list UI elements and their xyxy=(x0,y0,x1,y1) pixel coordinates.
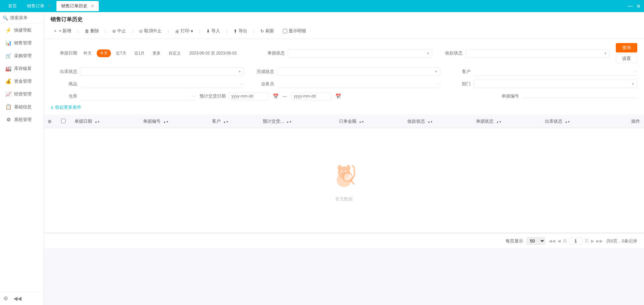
order-status-select[interactable]: ▾ xyxy=(288,49,432,58)
amount-sort-icon: ▲▼ xyxy=(359,121,364,123)
new-icon: ＋ xyxy=(53,28,57,34)
select-all-checkbox[interactable] xyxy=(61,119,66,123)
col-customer[interactable]: 客户 ▲▼ xyxy=(208,115,259,128)
prev-page-icon[interactable]: ◀ xyxy=(557,238,561,243)
sidebar-item-capital[interactable]: 💰 资金管理 xyxy=(0,75,43,88)
delivery-sort-icon: ▲▼ xyxy=(286,121,292,123)
close-icon[interactable]: ✕ xyxy=(636,3,641,9)
date-1month-btn[interactable]: 近1月 xyxy=(131,49,148,57)
date-yesterday-btn[interactable]: 昨天 xyxy=(81,49,95,57)
salesperson-more-icon[interactable]: ··· xyxy=(437,81,441,86)
complete-status-select[interactable]: ▾ xyxy=(277,67,441,76)
display-cols-checkbox[interactable] xyxy=(283,29,287,33)
payment-status-label: 收款状态 xyxy=(436,50,463,56)
settings-button[interactable]: 设置 xyxy=(616,54,637,63)
delivery-status-select[interactable]: ▾ xyxy=(80,67,244,76)
col-order-status[interactable]: 单据状态 ▲▼ xyxy=(472,115,541,128)
print-icon: 🖨 xyxy=(175,29,179,34)
customer-sort-icon: ▲▼ xyxy=(223,121,228,123)
filter-row-1: 单据日期 昨天 今天 近7天 近1月 更多 自定义 2023-06-02 至 2… xyxy=(50,43,637,63)
last-page-icon[interactable]: ▶▶ xyxy=(596,238,603,243)
import-button[interactable]: ⬇ 导入 xyxy=(204,27,223,35)
svg-point-6 xyxy=(342,172,343,173)
delete-icon: 🗑 xyxy=(85,29,89,34)
sidebar-collapse-icon[interactable]: ◀◀ xyxy=(13,295,22,302)
sidebar-item-sys-mgmt[interactable]: ⚙ 系统管理 xyxy=(0,113,43,126)
tab-sales-order-history-close[interactable]: ✕ xyxy=(91,4,94,8)
col-checkbox[interactable] xyxy=(57,115,71,128)
calendar-end-icon[interactable]: 📅 xyxy=(335,93,341,99)
calendar-start-icon[interactable]: 📅 xyxy=(273,93,278,99)
capital-icon: 💰 xyxy=(5,78,11,84)
date-more-btn[interactable]: 更多 xyxy=(149,49,164,57)
complete-status-arrow: ▾ xyxy=(435,69,437,74)
payment-status-select[interactable]: ▾ xyxy=(465,49,610,58)
delivery-status-arrow: ▾ xyxy=(239,69,241,74)
customer-more-icon[interactable]: ··· xyxy=(634,69,637,74)
complete-status-label: 完成状态 xyxy=(247,69,274,75)
order-no-label: 单据编号 xyxy=(492,93,519,99)
export-icon: ⬆ xyxy=(233,29,237,34)
filter-area: 单据日期 昨天 今天 近7天 近1月 更多 自定义 2023-06-02 至 2… xyxy=(44,39,644,114)
sidebar-item-inventory[interactable]: 🏭 库存核算 xyxy=(0,62,43,75)
export-button[interactable]: ⬆ 导出 xyxy=(231,27,250,35)
cancel-stop-icon: ⊙ xyxy=(139,29,143,34)
stop-icon: ⊘ xyxy=(112,29,116,34)
sidebar-item-purchase-mgmt[interactable]: 🛒 采购管理 xyxy=(0,49,43,62)
empty-state: 暂无数据 xyxy=(48,131,640,229)
table-area: ⚙ 单据日期 ▲▼ 单据编号 ▲▼ 客户 ▲▼ xyxy=(44,115,644,233)
date-custom-btn[interactable]: 自定义 xyxy=(166,49,184,57)
sidebar-bottom: ⚙ ◀◀ xyxy=(0,292,43,305)
first-page-icon[interactable]: ◀◀ xyxy=(549,238,555,243)
page-size-select[interactable]: 50 10 20 100 xyxy=(526,237,545,245)
product-more-icon[interactable]: ··· xyxy=(240,81,244,86)
print-button[interactable]: 🖨 打印 ▾ xyxy=(172,27,196,35)
expected-delivery-start-input[interactable] xyxy=(228,92,269,100)
col-settings[interactable]: ⚙ xyxy=(44,115,57,128)
main-layout: 🔍 搜索菜单 ⚡ 快捷导航 📊 销售管理 🛒 采购管理 🏭 库存核算 💰 资金管… xyxy=(0,12,644,305)
empty-cell: 暂无数据 xyxy=(44,128,644,233)
col-payment-status[interactable]: 收款状态 ▲▼ xyxy=(403,115,472,128)
sys-mgmt-icon: ⚙ xyxy=(5,117,11,123)
delete-button[interactable]: 🗑 删除 xyxy=(82,27,102,35)
expected-delivery-end-input[interactable] xyxy=(291,92,331,100)
no-sort-icon: ▲▼ xyxy=(163,121,169,123)
query-button[interactable]: 查询 xyxy=(616,43,637,52)
tab-sales-order[interactable]: 销售订单 ✕ xyxy=(22,1,56,11)
cancel-stop-button[interactable]: ⊙ 取消中止 xyxy=(136,27,164,35)
department-label: 部门 xyxy=(444,81,471,87)
product-label: 商品 xyxy=(50,81,77,87)
sidebar: 🔍 搜索菜单 ⚡ 快捷导航 📊 销售管理 🛒 采购管理 🏭 库存核算 💰 资金管… xyxy=(0,12,44,305)
col-expected-delivery[interactable]: 预计交货... ▲▼ xyxy=(259,115,335,128)
sidebar-item-sales-mgmt[interactable]: 📊 销售管理 xyxy=(0,37,43,49)
display-cols-toggle[interactable]: 显示明细 xyxy=(283,28,306,34)
date-today-btn[interactable]: 今天 xyxy=(97,49,111,57)
next-page-icon[interactable]: ▶ xyxy=(591,238,594,243)
warehouse-more-icon[interactable]: ··· xyxy=(192,93,196,99)
col-amount[interactable]: 订单金额 ▲▼ xyxy=(335,115,403,128)
salesperson-label: 业务员 xyxy=(247,81,274,87)
tab-home[interactable]: + 新增 首页 xyxy=(3,1,22,11)
order-status-sort-icon: ▲▼ xyxy=(496,121,502,123)
minimize-icon[interactable]: — xyxy=(628,3,633,9)
department-select[interactable]: ▾ xyxy=(473,80,637,88)
top-bar: + 新增 首页 销售订单 ✕ 销售订单历史 ✕ — ✕ xyxy=(0,0,644,12)
sidebar-item-base-info[interactable]: 📋 基础信息 xyxy=(0,101,43,113)
new-button[interactable]: ＋ + 新增 xyxy=(50,27,74,35)
date-7days-btn[interactable]: 近7天 xyxy=(113,49,129,57)
col-no[interactable]: 单据编号 ▲▼ xyxy=(139,115,208,128)
tab-sales-order-history[interactable]: 销售订单历史 ✕ xyxy=(56,1,99,11)
refresh-button[interactable]: ↻ 刷新 xyxy=(258,27,277,35)
tab-sales-order-close[interactable]: ✕ xyxy=(48,4,51,8)
base-info-icon: 📋 xyxy=(5,104,11,110)
col-date[interactable]: 单据日期 ▲▼ xyxy=(71,115,139,128)
inventory-icon: 🏭 xyxy=(5,66,11,72)
sidebar-item-quick-nav[interactable]: ⚡ 快捷导航 xyxy=(0,24,43,37)
page-number-input[interactable] xyxy=(569,237,583,244)
col-delivery-status[interactable]: 出库状态 ▲▼ xyxy=(541,115,609,128)
collapse-button[interactable]: ∧ 收起更多条件 xyxy=(50,104,637,110)
sidebar-search[interactable]: 🔍 搜索菜单 xyxy=(0,12,43,24)
stop-button[interactable]: ⊘ 中止 xyxy=(110,27,129,35)
sidebar-settings-icon[interactable]: ⚙ xyxy=(3,295,8,302)
sidebar-item-operations[interactable]: 📈 经营管理 xyxy=(0,88,43,101)
